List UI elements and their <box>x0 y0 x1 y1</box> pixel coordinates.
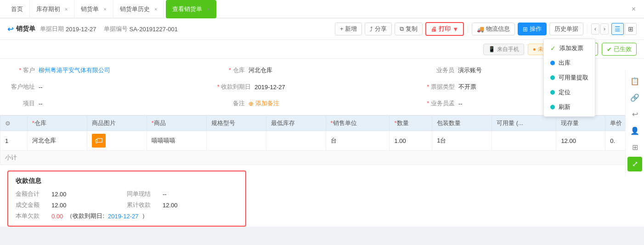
project-label: 项目 <box>7 99 35 108</box>
list-view-btn[interactable]: ☰ <box>611 23 624 35</box>
form-title-icon: ↩ <box>7 25 13 34</box>
right-panel: 📋 🔗 ↩ 👤 ⊞ ⤢ <box>625 70 644 175</box>
tab-view-sales-close[interactable]: × <box>207 6 209 12</box>
add-note-button[interactable]: ⊕ 添加备注 <box>249 99 279 108</box>
dropdown-add-invoice[interactable]: ✓ 添加发票 <box>544 41 595 56</box>
staff-field: 业务员 演示账号 <box>427 64 637 76</box>
address-field: 客户地址 -- <box>7 81 217 93</box>
row-stock: 12.00 <box>556 131 605 151</box>
dot-cyan-icon-3 <box>550 105 555 109</box>
col-pack-qty: 包装数量 <box>432 116 492 131</box>
ticket-type-field: 票据类型 不开票 <box>427 81 637 93</box>
col-stock: 现存量 <box>556 116 605 131</box>
settings-icon[interactable]: ⚙ <box>5 120 11 127</box>
col-spec: 规格型号 <box>206 116 266 131</box>
note-label: 备注 <box>217 99 245 108</box>
tab-inventory-init[interactable]: 库存期初 × <box>30 0 74 18</box>
print-button[interactable]: 🖨 打印 ▼ <box>425 22 464 36</box>
row-quantity: 1.00 <box>390 131 432 151</box>
due-date-note-value: 2019-12-27 <box>108 213 139 220</box>
customer-value[interactable]: 柳州粤港平安气体有限公司 <box>39 66 110 74</box>
main-content: ↩ 销货单 单据日期 2019-12-27 单据编号 SA-20191227-0… <box>0 18 644 227</box>
form-title-area: ↩ 销货单 单据日期 2019-12-27 单据编号 SA-20191227-0… <box>7 25 178 34</box>
new-button[interactable]: + 新增 <box>335 23 362 35</box>
dropdown-locate[interactable]: 定位 <box>544 85 595 100</box>
copy-button[interactable]: ⧉ 复制 <box>395 23 423 35</box>
salesman-label: 业务员孟 <box>427 99 455 108</box>
form-header: ↩ 销货单 单据日期 2019-12-27 单据编号 SA-20191227-0… <box>0 18 644 40</box>
right-icon-4[interactable]: 👤 <box>627 124 642 138</box>
effective-button[interactable]: ✔ 已生效 <box>602 43 637 56</box>
prev-button[interactable]: ‹ <box>591 23 599 34</box>
amount-total-value: 12.00 <box>51 191 67 198</box>
dropdown-refresh[interactable]: 刷新 <box>544 100 595 114</box>
address-label: 客户地址 <box>7 83 35 91</box>
row-index: 1 <box>0 131 28 151</box>
current-debt-label: 本单欠款 <box>16 212 48 220</box>
row-warehouse: 河北仓库 <box>27 131 87 151</box>
subtotal-label: 小计 <box>0 151 644 165</box>
same-order-settlement-label: 同单现结 <box>127 190 159 198</box>
current-debt-row: 本单欠款 0.00 （收款到期日: 2019-12-27 ） <box>16 212 238 220</box>
print-dropdown-arrow: ▼ <box>452 26 458 33</box>
customer-label: 客户 <box>7 66 35 74</box>
staff-value: 演示账号 <box>458 66 482 74</box>
col-available: 可用量 (... <box>492 116 556 131</box>
separator-2 <box>587 24 588 34</box>
project-field: 项目 -- <box>7 97 217 109</box>
operations-button[interactable]: ⊞ 操作 <box>518 23 547 35</box>
effective-check-icon: ✔ <box>607 46 612 53</box>
right-icon-5[interactable]: ⊞ <box>627 140 642 155</box>
copy-icon: ⧉ <box>400 25 404 33</box>
tab-sales-history[interactable]: 销货单历史 × <box>113 0 164 18</box>
dropdown-outbound[interactable]: 出库 <box>544 56 595 70</box>
col-settings[interactable]: ⚙ <box>0 116 28 131</box>
logistics-icon: 🚚 <box>477 26 484 33</box>
right-icon-3[interactable]: ↩ <box>627 107 642 122</box>
right-icon-1[interactable]: 📋 <box>627 74 642 89</box>
tab-inventory-init-close[interactable]: × <box>65 6 68 12</box>
due-date-field: 收款到期日 2019-12-27 <box>217 81 427 93</box>
next-button[interactable]: › <box>600 23 609 34</box>
payment-box: 收款信息 金额合计 12.00 同单现结 -- 成交金额 12.00 累计收款 … <box>7 171 246 227</box>
product-table: ⚙ *仓库 商品图片 *商品 规格型号 最低库存 *销售单位 *数量 包装数量 … <box>0 115 644 165</box>
grid-view-btn[interactable]: ⊞ <box>625 23 637 35</box>
address-value: -- <box>39 84 43 91</box>
form-date: 单据日期 2019-12-27 <box>40 25 96 33</box>
same-order-settlement-value: -- <box>163 191 167 198</box>
salesman-value: -- <box>458 100 463 107</box>
payment-grid: 金额合计 12.00 同单现结 -- 成交金额 12.00 累计收款 12.00… <box>16 190 238 220</box>
warehouse-value: 河北仓库 <box>249 66 272 74</box>
table-row: 1 河北仓库 🏷 嘻嘻嘻嘻 台 1.00 1台 12.00 0. <box>0 131 644 151</box>
amount-total-row: 金额合计 12.00 <box>16 190 127 198</box>
form-title: ↩ 销货单 <box>7 25 35 34</box>
cumulative-receipt-label: 累计收款 <box>127 201 159 209</box>
tab-sales-history-close[interactable]: × <box>154 6 157 12</box>
tab-bar-close[interactable]: × <box>628 5 639 13</box>
tab-view-sales[interactable]: 查看销货单 × <box>166 0 216 18</box>
logistics-button[interactable]: 🚚 物流信息 <box>472 23 515 35</box>
product-table-wrap: ⚙ *仓库 商品图片 *商品 规格型号 最低库存 *销售单位 *数量 包装数量 … <box>0 115 644 165</box>
history-button[interactable]: 历史单据 <box>549 23 583 35</box>
share-button[interactable]: ⤴ 分享 <box>365 23 392 35</box>
row-available <box>492 131 556 151</box>
share-icon: ⤴ <box>370 26 373 33</box>
col-product-img: 商品图片 <box>87 116 147 131</box>
toolbar: + 新增 ⤴ 分享 ⧉ 复制 🖨 打印 ▼ 🚚 物流信息 ⊞ 操作 <box>335 22 637 36</box>
row-min-stock <box>266 131 326 151</box>
dropdown-available-pick[interactable]: 可用量提取 <box>544 70 595 85</box>
plus-icon: ⊕ <box>249 100 254 107</box>
payment-title: 收款信息 <box>16 177 238 185</box>
ticket-type-value: 不开票 <box>458 83 476 91</box>
product-thumbnail: 🏷 <box>92 134 106 148</box>
view-toggle: ☰ ⊞ <box>611 23 637 35</box>
dot-cyan-icon-1 <box>550 75 555 80</box>
tab-home[interactable]: 首页 <box>5 0 30 18</box>
right-icon-2[interactable]: 🔗 <box>627 91 642 105</box>
staff-label: 业务员 <box>427 66 454 74</box>
tab-sales-order-close[interactable]: × <box>103 6 106 12</box>
tab-sales-order[interactable]: 销货单 × <box>74 0 113 18</box>
right-icon-expand[interactable]: ⤢ <box>627 157 642 171</box>
col-warehouse: *仓库 <box>27 116 87 131</box>
from-phone-button[interactable]: 📱 来自手机 <box>483 44 524 55</box>
